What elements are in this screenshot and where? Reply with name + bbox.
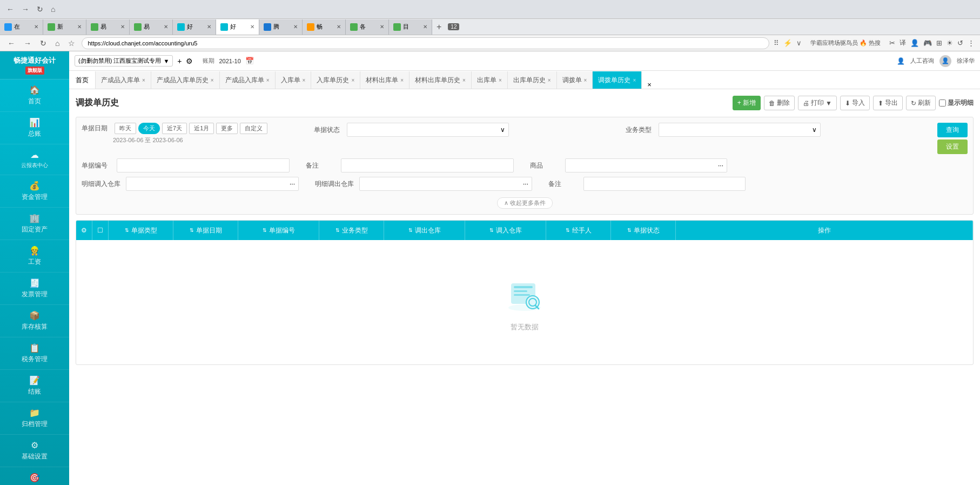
tab-close-3[interactable]: ✕ <box>120 24 125 30</box>
sidebar-item-close-period[interactable]: 📝 结账 <box>0 370 69 402</box>
import-button[interactable]: ⬇ 导入 <box>840 96 870 110</box>
tab-product-in-history[interactable]: 产成品入库单历史 × <box>151 71 220 89</box>
delete-button[interactable]: 🗑 删除 <box>764 96 795 110</box>
tab-close-8[interactable]: ✕ <box>337 24 341 30</box>
sidebar-item-inventory[interactable]: 📦 库存核算 <box>0 305 69 337</box>
status-select[interactable]: ∨ <box>347 123 509 137</box>
sidebar-item-funds[interactable]: 💰 资金管理 <box>0 175 69 208</box>
th-biz-type[interactable]: ⇅ 业务类型 <box>319 221 384 240</box>
sidebar-item-assets[interactable]: 🏢 固定资产 <box>0 208 69 240</box>
th-doc-status[interactable]: ⇅ 单据状态 <box>611 221 676 240</box>
date-yesterday[interactable]: 昨天 <box>115 123 136 134</box>
remark-input[interactable] <box>341 158 514 172</box>
browser-tab-9[interactable]: 各 ✕ <box>346 19 389 35</box>
new-tab-button[interactable]: + <box>432 22 446 32</box>
detail-in-selector[interactable]: ··· <box>126 177 299 191</box>
home-button[interactable]: ⌂ <box>49 4 57 15</box>
tab-close-9[interactable]: ✕ <box>380 24 384 30</box>
date-today[interactable]: 今天 <box>138 123 160 134</box>
close-all-icon[interactable]: × <box>644 81 655 89</box>
sidebar-item-home[interactable]: 🏠 首页 <box>0 79 69 112</box>
browser-tab-2[interactable]: 新 ✕ <box>43 19 86 35</box>
user-service-label[interactable]: 人工咨询 <box>910 57 934 65</box>
tab-material-out[interactable]: 材料出库单 × <box>360 71 410 89</box>
th-out-warehouse[interactable]: ⇅ 调出仓库 <box>384 221 465 240</box>
address-input[interactable] <box>82 37 769 49</box>
detail-out-selector[interactable]: ··· <box>359 177 532 191</box>
browser-tab-10[interactable]: 目 ✕ <box>389 19 432 35</box>
back-nav[interactable]: ← <box>5 38 17 49</box>
close-tab-warehouse-in-history[interactable]: × <box>351 77 354 83</box>
tab-close-4[interactable]: ✕ <box>164 24 168 30</box>
th-doc-date[interactable]: ⇅ 单据日期 <box>173 221 238 240</box>
th-doc-type[interactable]: ⇅ 单据类型 <box>109 221 173 240</box>
collapse-button[interactable]: ∧ 收起更多条件 <box>497 197 553 209</box>
sidebar-item-ledger[interactable]: 📊 总账 <box>0 112 69 144</box>
close-tab-material-out-history[interactable]: × <box>462 77 466 83</box>
tab-home[interactable]: 首页 <box>69 71 96 89</box>
tab-close-5[interactable]: ✕ <box>207 24 211 30</box>
doc-no-input[interactable] <box>117 158 290 172</box>
tab-out[interactable]: 出库单 × <box>472 71 508 89</box>
tab-product-in[interactable]: 产成品入库单 × <box>96 71 151 89</box>
goods-selector[interactable]: ··· <box>565 158 727 172</box>
close-tab-product-in[interactable]: × <box>142 77 145 83</box>
th-checkbox[interactable]: ☐ <box>92 221 109 240</box>
tab-close-10[interactable]: ✕ <box>423 24 427 30</box>
forward-button[interactable]: → <box>19 4 31 15</box>
sidebar-item-invoice[interactable]: 🧾 发票管理 <box>0 273 69 305</box>
sidebar-item-tax[interactable]: 📋 税务管理 <box>0 337 69 370</box>
sidebar-item-guide[interactable]: 🎯 新手引导 <box>0 467 69 485</box>
browser-tab-1[interactable]: 在 ✕ <box>0 19 43 35</box>
tab-close-active[interactable]: ✕ <box>250 24 254 30</box>
tab-material-out-history[interactable]: 材料出库单历史 × <box>410 71 472 89</box>
new-button[interactable]: + 新增 <box>733 96 761 110</box>
home-nav[interactable]: ⌂ <box>53 38 62 49</box>
th-handler[interactable]: ⇅ 经手人 <box>546 221 611 240</box>
menu-chevron[interactable]: ∨ <box>796 39 802 47</box>
print-button[interactable]: 🖨 打印 ▼ <box>798 96 837 110</box>
biz-type-select[interactable]: ∨ <box>659 123 821 137</box>
th-in-warehouse[interactable]: ⇅ 调入仓库 <box>465 221 546 240</box>
date-custom[interactable]: 自定义 <box>240 123 267 134</box>
tab-close-1[interactable]: ✕ <box>34 24 38 30</box>
date-more[interactable]: 更多 <box>216 123 238 134</box>
th-settings[interactable]: ⚙ <box>76 221 92 240</box>
close-tab-material-out[interactable]: × <box>400 77 404 83</box>
company-selector[interactable]: (勿删勿禁用) 江西服宝测试专用 ▼ <box>75 55 173 67</box>
browser-tab-7[interactable]: 腾 ✕ <box>259 19 303 35</box>
browser-tab-3[interactable]: 易 ✕ <box>86 19 130 35</box>
browser-tab-8[interactable]: 畅 ✕ <box>303 19 346 35</box>
reload-nav[interactable]: ↻ <box>38 38 49 49</box>
close-tab-transfer-history[interactable]: × <box>633 77 636 83</box>
close-tab-transfer[interactable]: × <box>584 77 587 83</box>
tab-warehouse-in-history[interactable]: 入库单历史 × <box>311 71 360 89</box>
browser-tab-active[interactable]: 好 ✕ <box>216 19 259 35</box>
add-company-button[interactable]: + <box>177 57 182 65</box>
sidebar-item-cloud-report[interactable]: ☁ 云报表中心 <box>0 144 69 175</box>
sidebar-item-archive[interactable]: 📁 归档管理 <box>0 402 69 435</box>
display-detail-checkbox[interactable]: 显示明细 <box>939 98 974 108</box>
tab-warehouse-in[interactable]: 入库单 × <box>276 71 312 89</box>
tab-product-in2[interactable]: 产成品入库单 × <box>220 71 276 89</box>
gear-settings-icon[interactable]: ⚙ <box>186 57 193 65</box>
sidebar-item-payroll[interactable]: 👷 工资 <box>0 240 69 273</box>
refresh-button[interactable]: ↻ 刷新 <box>906 96 936 110</box>
back-button[interactable]: ← <box>4 4 16 15</box>
star-nav[interactable]: ☆ <box>66 38 77 49</box>
close-tab-product-in2[interactable]: × <box>266 77 270 83</box>
search-button[interactable]: 查询 <box>937 123 968 137</box>
close-tab-product-history[interactable]: × <box>211 77 214 83</box>
forward-nav[interactable]: → <box>22 38 33 49</box>
th-doc-no[interactable]: ⇅ 单据编号 <box>238 221 319 240</box>
tab-transfer-history[interactable]: 调拨单历史 × <box>593 71 642 89</box>
close-tab-out-history[interactable]: × <box>548 77 551 83</box>
date-7days[interactable]: 近7天 <box>162 123 187 134</box>
tab-close-2[interactable]: ✕ <box>77 24 82 30</box>
close-tab-warehouse-in[interactable]: × <box>303 77 306 83</box>
tab-close-7[interactable]: ✕ <box>293 24 298 30</box>
browser-tab-5[interactable]: 好 ✕ <box>173 19 216 35</box>
refresh-button[interactable]: ↻ <box>35 4 45 15</box>
display-detail-check[interactable] <box>939 99 946 107</box>
setting-button[interactable]: 设置 <box>937 139 968 154</box>
